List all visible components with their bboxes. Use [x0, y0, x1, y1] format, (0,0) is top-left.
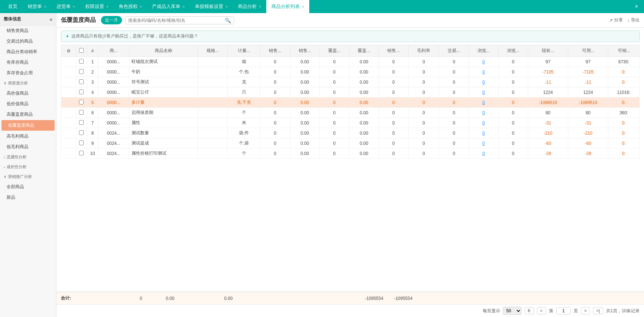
browse1-cell[interactable]: 0 [469, 108, 498, 118]
sales1-column-header[interactable]: 销售... [260, 45, 290, 57]
sidebar-item-high-value[interactable]: 高价值商品 [0, 88, 56, 99]
sales1-cell: 0 [260, 128, 290, 138]
row-checkbox[interactable] [79, 90, 84, 94]
checkbox-cell[interactable] [76, 138, 87, 148]
cover1-column-header[interactable]: 覆盖... [319, 45, 349, 57]
close-icon[interactable]: × [44, 5, 46, 9]
page-number-input[interactable] [556, 307, 571, 314]
search-input[interactable] [128, 18, 225, 23]
per-page-select[interactable]: 50 100 200 [503, 307, 522, 315]
close-all-tabs-button[interactable]: × [632, 3, 641, 10]
checkbox-cell[interactable] [76, 87, 87, 98]
checkbox-cell[interactable] [76, 67, 87, 77]
chevron-right-icon: › [4, 155, 5, 159]
browse1-cell[interactable]: 0 [469, 138, 498, 148]
first-page-button[interactable]: K [525, 307, 534, 314]
checkbox-cell[interactable] [76, 148, 87, 159]
sidebar-item-new-goods[interactable]: 新品 [0, 192, 56, 203]
nav-product-analysis[interactable]: 商品分析 × [233, 0, 266, 13]
browse2-cell: 0 [498, 118, 528, 128]
sales2-column-header[interactable]: 销售... [290, 45, 319, 57]
browse1-cell[interactable]: 0 [469, 77, 498, 87]
sidebar-item-high-coverage[interactable]: 高覆盖度商品 [0, 109, 56, 120]
sidebar-item-traded-goods[interactable]: 交易过的商品 [0, 36, 56, 47]
share-button[interactable]: ↗ 分享 [609, 17, 623, 23]
sidebar-item-low-coverage[interactable]: 低覆盖度商品 [1, 120, 55, 131]
browse1-cell[interactable]: 0 [469, 87, 498, 98]
prev-page-button[interactable]: < [537, 307, 546, 314]
checkbox-cell[interactable] [76, 77, 87, 87]
browse1-cell[interactable]: 0 [469, 67, 498, 77]
nav-role-auth[interactable]: 角色授权 × [114, 0, 147, 13]
settings-cell [61, 148, 76, 159]
sales3-column-header[interactable]: 销售... [379, 45, 408, 57]
row-checkbox[interactable] [79, 140, 84, 145]
sidebar-collapse-button[interactable]: « [50, 16, 52, 22]
row-checkbox[interactable] [79, 59, 84, 64]
row-checkbox[interactable] [79, 79, 84, 84]
row-checkbox[interactable] [79, 151, 84, 155]
close-icon[interactable]: × [225, 5, 228, 9]
row-checkbox[interactable] [79, 120, 84, 125]
close-icon[interactable]: × [73, 5, 75, 9]
browse1-cell[interactable]: 0 [469, 118, 498, 128]
sidebar-section-marketing[interactable]: ∨ 营销推广分析 [0, 172, 56, 182]
browse1-cell[interactable]: 0 [469, 98, 498, 108]
stock1-column-header[interactable]: 现有... [528, 45, 568, 57]
nav-purchase-order[interactable]: 进货单 × [51, 0, 80, 13]
sidebar-item-stock-goods[interactable]: 有库存商品 [0, 57, 56, 68]
select-all-checkbox[interactable] [79, 48, 84, 53]
sidebar-item-all-goods[interactable]: 全部商品 [0, 182, 56, 192]
code-column-header[interactable]: 商... [98, 45, 129, 57]
nav-template-settings[interactable]: 单据模板设置 × [190, 0, 233, 13]
export-button[interactable]: ↓ 导出 [627, 17, 640, 23]
close-icon[interactable]: × [182, 5, 185, 9]
sidebar-item-sales-goods[interactable]: 销售类商品 [0, 25, 56, 36]
checkbox-cell[interactable] [76, 98, 87, 108]
browse2-column-header[interactable]: 浏览... [498, 45, 528, 57]
spec-column-header[interactable]: 规格... [198, 45, 227, 57]
checkbox-cell[interactable] [76, 118, 87, 128]
sidebar-item-high-gross[interactable]: 高毛利商品 [0, 131, 56, 142]
close-icon[interactable]: × [106, 5, 109, 9]
sidebar-item-low-value[interactable]: 低价值商品 [0, 99, 56, 109]
sidebar-item-stock-funds[interactable]: 库存资金占用 [0, 68, 56, 78]
checkbox-cell[interactable] [76, 128, 87, 138]
nav-product-warehouse[interactable]: 产成品入库单 × [147, 0, 190, 13]
footer-cover2-total: 0.00 [214, 296, 243, 301]
stock2-column-header[interactable]: 可用... [568, 45, 608, 57]
unit-column-header[interactable]: 计量... [227, 45, 260, 57]
row-checkbox[interactable] [79, 100, 84, 104]
browse1-cell[interactable]: 0 [469, 128, 498, 138]
close-icon[interactable]: × [259, 5, 261, 9]
sidebar-item-low-gross[interactable]: 低毛利商品 [0, 142, 56, 152]
checkbox-column-header[interactable] [76, 45, 87, 57]
nav-home[interactable]: 首页 [3, 0, 23, 13]
row-checkbox[interactable] [79, 110, 84, 115]
checkbox-cell[interactable] [76, 57, 87, 67]
browse1-cell[interactable]: 0 [469, 57, 498, 67]
browse1-column-header[interactable]: 浏览... [469, 45, 498, 57]
settings-column-header[interactable]: ⚙ [61, 45, 76, 57]
close-icon[interactable]: × [140, 5, 142, 9]
nav-permission-settings[interactable]: 权限设置 × [80, 0, 114, 13]
nav-sales-order[interactable]: 销货单 × [23, 0, 51, 13]
sidebar-section-growth[interactable]: › 成长性分析 [0, 162, 56, 172]
sidebar-section-cluster-analysis[interactable]: ∨ 类群度分析 [0, 78, 56, 88]
nav-product-analysis-list[interactable]: 商品分析列表 × [266, 0, 309, 13]
checkbox-cell[interactable] [76, 108, 87, 118]
trade-column-header[interactable]: 交易... [439, 45, 469, 57]
next-page-button[interactable]: > [581, 307, 590, 314]
close-icon[interactable]: × [302, 5, 304, 9]
sidebar-item-category-turnover[interactable]: 商品分类动销率 [0, 47, 56, 57]
name-column-header[interactable]: 商品名称 [129, 45, 198, 57]
row-checkbox[interactable] [79, 130, 84, 135]
stock3-column-header[interactable]: 可销... [608, 45, 640, 57]
row-checkbox[interactable] [79, 69, 84, 74]
last-page-button[interactable]: >| [593, 307, 603, 314]
cover2-column-header[interactable]: 覆盖... [349, 45, 379, 57]
browse1-cell[interactable]: 0 [469, 148, 498, 159]
filter-recent-month-button[interactable]: 近一月 [101, 16, 122, 24]
grossrate-column-header[interactable]: 毛利率 [408, 45, 439, 57]
sidebar-section-liquidity[interactable]: › 流通性分析 [0, 152, 56, 162]
